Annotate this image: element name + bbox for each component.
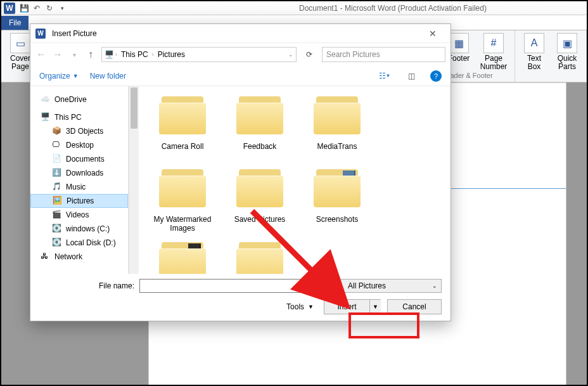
tools-menu[interactable]: Tools ▼	[286, 302, 314, 311]
docs-icon: 📄	[52, 154, 62, 164]
redo-icon[interactable]: ↻	[43, 3, 56, 14]
word-icon: W	[4, 3, 15, 14]
page-number-button[interactable]: # Page Number	[476, 33, 511, 71]
folder-icon	[157, 96, 208, 139]
tree-item-videos[interactable]: 🎬Videos	[30, 208, 128, 222]
app-title: Document1 - Microsoft Word (Product Acti…	[299, 4, 587, 13]
pics-icon: 🖼️	[53, 196, 63, 206]
quickparts-icon: ▣	[557, 33, 577, 53]
insert-button[interactable]: Insert	[324, 299, 369, 314]
search-input[interactable]: Search Pictures	[322, 47, 445, 62]
preview-pane-icon[interactable]: ◫	[404, 68, 419, 84]
tree-item-downloads[interactable]: ⬇️Downloads	[30, 166, 128, 180]
folder-icon	[311, 169, 363, 212]
tree-item-pictures[interactable]: 🖼️Pictures	[30, 194, 128, 208]
desktop-icon: 🖵	[52, 140, 62, 150]
folder-tree: ☁️OneDrive🖥️This PC📦3D Objects🖵Desktop📄D…	[30, 86, 129, 274]
folder-snapshot[interactable]: Snapshot	[144, 238, 221, 274]
insert-picture-dialog: W Insert Picture ✕ ← → ▾ ↑ 🖥️ › This PC …	[30, 23, 451, 321]
quickparts-button[interactable]: ▣ Quick Parts	[552, 33, 582, 71]
tree-item-documents[interactable]: 📄Documents	[30, 152, 128, 166]
folder-mediatrans[interactable]: MediaTrans	[298, 93, 376, 165]
folder-icon	[234, 169, 286, 212]
drive-icon: 💽	[52, 238, 62, 248]
folder-icon	[157, 242, 208, 274]
tree-item-windows-c-[interactable]: 💽windows (C:)	[30, 222, 128, 236]
folder-videoproc[interactable]: VideoProc	[221, 238, 298, 274]
tree-item-this-pc[interactable]: 🖥️This PC	[30, 110, 128, 124]
nav-bar: ← → ▾ ↑ 🖥️ › This PC › Pictures ⌄ ⟳ Sear…	[30, 43, 451, 66]
textbox-button[interactable]: A Text Box	[519, 33, 549, 71]
cloud-icon: ☁️	[41, 94, 51, 105]
quick-access-toolbar: W 💾 ↶ ↻ ▾ Document1 - Microsoft Word (Pr…	[1, 1, 587, 15]
qat-more-icon[interactable]: ▾	[56, 3, 68, 14]
undo-icon[interactable]: ↶	[30, 3, 43, 14]
chevron-down-icon: ⌄	[432, 283, 437, 289]
pc-icon: 🖥️	[41, 112, 51, 122]
tree-item-desktop[interactable]: 🖵Desktop	[30, 138, 128, 152]
tree-item-music[interactable]: 🎵Music	[30, 180, 128, 194]
drive-icon: 💽	[52, 224, 62, 234]
tree-scrollbar[interactable]	[129, 86, 139, 274]
chevron-right-icon: ›	[115, 51, 117, 58]
tree-item-local-disk-d-[interactable]: 💽Local Disk (D:)	[30, 236, 128, 250]
folder-feedback[interactable]: Feedback	[221, 93, 298, 165]
recent-icon[interactable]: ▾	[68, 51, 80, 58]
dialog-footer: File name: ⌄ All Pictures ⌄ Tools ▼ Inse…	[30, 274, 451, 321]
folder-icon	[234, 96, 286, 139]
down-icon: ⬇️	[52, 168, 62, 178]
footer-icon: ▦	[449, 33, 469, 53]
view-icon[interactable]: ☷ ▼	[377, 68, 392, 84]
hash-icon: #	[483, 33, 504, 53]
video-icon: 🎬	[52, 210, 62, 220]
refresh-icon[interactable]: ⟳	[302, 50, 317, 59]
folder-saved-pictures[interactable]: Saved Pictures	[221, 165, 298, 238]
folder-icon	[157, 169, 208, 212]
tab-file[interactable]: File	[1, 16, 29, 30]
forward-icon[interactable]: →	[52, 49, 63, 60]
breadcrumb[interactable]: 🖥️ › This PC › Pictures ⌄	[101, 47, 297, 62]
cancel-button[interactable]: Cancel	[387, 299, 442, 314]
filename-input[interactable]: ⌄	[139, 279, 332, 293]
tree-item-3d-objects[interactable]: 📦3D Objects	[30, 124, 128, 138]
pc-icon: 🖥️	[105, 50, 114, 59]
folder-icon	[311, 96, 363, 139]
dialog-title: Insert Picture	[52, 29, 97, 38]
help-icon[interactable]: ?	[430, 70, 442, 82]
file-type-filter[interactable]: All Pictures ⌄	[337, 279, 442, 293]
crumb-pictures[interactable]: Pictures	[155, 49, 188, 60]
dialog-toolbar: Organize ▼ New folder ☷ ▼ ◫ ?	[30, 66, 451, 86]
tree-item-network[interactable]: 🖧Network	[30, 250, 128, 264]
word-icon: W	[35, 29, 46, 39]
folder-my-watermarked-images[interactable]: My Watermarked Images	[144, 165, 221, 238]
dialog-titlebar: W Insert Picture ✕	[30, 24, 451, 43]
filename-label: File name:	[39, 281, 134, 290]
chevron-down-icon[interactable]: ⌄	[288, 51, 293, 58]
net-icon: 🖧	[41, 252, 51, 262]
folder-icon	[234, 242, 286, 274]
folder-screenshots[interactable]: Screenshots	[298, 165, 376, 238]
save-icon[interactable]: 💾	[18, 3, 30, 14]
new-folder-button[interactable]: New folder	[90, 72, 126, 80]
up-icon[interactable]: ↑	[85, 49, 96, 60]
music-icon: 🎵	[52, 182, 62, 192]
crumb-this-pc[interactable]: This PC	[118, 49, 151, 60]
organize-button[interactable]: Organize ▼	[39, 72, 79, 80]
textbox-icon: A	[524, 33, 544, 53]
page-icon: ▭	[10, 33, 30, 53]
folder-camera-roll[interactable]: Camera Roll	[144, 93, 221, 165]
folder-grid: Camera RollFeedbackMediaTransMy Watermar…	[139, 86, 451, 274]
chevron-right-icon: ›	[152, 51, 154, 58]
3d-icon: 📦	[52, 126, 62, 136]
close-icon[interactable]: ✕	[420, 29, 445, 39]
insert-dropdown[interactable]: ▼	[369, 299, 381, 314]
tree-item-onedrive[interactable]: ☁️OneDrive	[30, 93, 128, 106]
back-icon[interactable]: ←	[35, 49, 47, 60]
